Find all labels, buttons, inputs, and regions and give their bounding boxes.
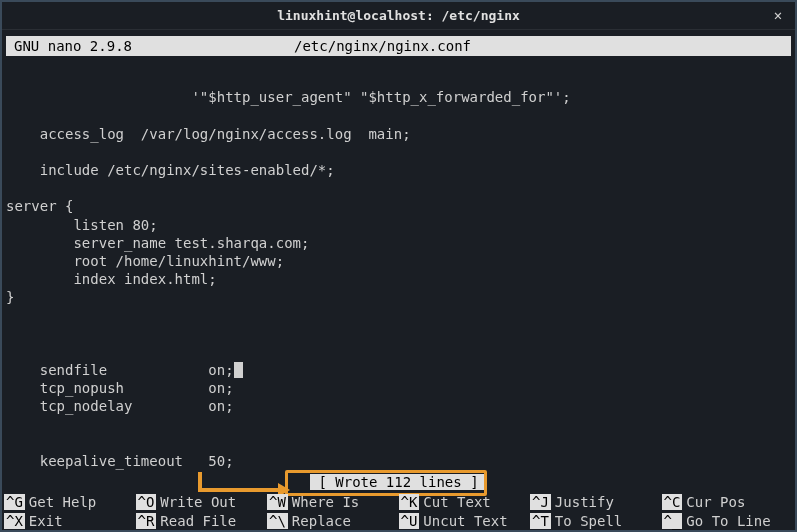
editor-line: index index.html; (6, 271, 217, 287)
shortcut-key: ^R (136, 513, 157, 529)
editor-line: include /etc/nginx/sites-enabled/*; (6, 162, 335, 178)
shortcut-label: To Spell (555, 513, 622, 529)
status-line: [ Wrote 112 lines ] (0, 474, 797, 490)
shortcuts-bar: ^GGet Help ^OWrite Out ^WWhere Is ^KCut … (4, 492, 793, 530)
shortcut-label: Cut Text (423, 494, 490, 510)
shortcut-label: Where Is (292, 494, 359, 510)
status-message: [ Wrote 112 lines ] (310, 474, 486, 490)
shortcut-cur-pos[interactable]: ^CCur Pos (662, 492, 794, 511)
editor-line: server_name test.sharqa.com; (6, 235, 309, 251)
editor-line: listen 80; (6, 217, 158, 233)
editor-line: tcp_nopush on; (6, 380, 234, 396)
shortcut-key: ^K (399, 494, 420, 510)
shortcut-key: ^\ (267, 513, 288, 529)
shortcut-label: Go To Line (686, 513, 770, 529)
editor-content[interactable]: '"$http_user_agent" "$http_x_forwarded_f… (2, 56, 795, 470)
close-button[interactable]: ✕ (769, 6, 787, 24)
text-cursor (234, 362, 243, 378)
shortcut-label: Exit (29, 513, 63, 529)
nano-version: GNU nano 2.9.8 (14, 38, 294, 54)
shortcut-label: Replace (292, 513, 351, 529)
shortcut-where-is[interactable]: ^WWhere Is (267, 492, 399, 511)
shortcut-key: ^U (399, 513, 420, 529)
shortcut-key: ^X (4, 513, 25, 529)
shortcut-key: ^J (530, 494, 551, 510)
shortcut-key: ^C (662, 494, 683, 510)
nano-filename: /etc/nginx/nginx.conf (294, 38, 471, 54)
shortcut-key: ^G (4, 494, 25, 510)
nano-header-bar: GNU nano 2.9.8 /etc/nginx/nginx.conf (6, 36, 791, 56)
editor-line: tcp_nodelay on; (6, 398, 234, 414)
editor-line: server { (6, 198, 73, 214)
shortcut-get-help[interactable]: ^GGet Help (4, 492, 136, 511)
editor-line: keepalive_timeout 50; (6, 453, 234, 469)
shortcut-label: Write Out (160, 494, 236, 510)
editor-line: root /home/linuxhint/www; (6, 253, 284, 269)
shortcut-key: ^T (530, 513, 551, 529)
shortcut-key: ^O (136, 494, 157, 510)
editor-line: access_log /var/log/nginx/access.log mai… (6, 126, 411, 142)
close-icon: ✕ (774, 7, 782, 23)
shortcut-cut-text[interactable]: ^KCut Text (399, 492, 531, 511)
editor-line: sendfile on; (6, 362, 234, 378)
editor-line: '"$http_user_agent" "$http_x_forwarded_f… (6, 89, 571, 105)
shortcut-go-to-line[interactable]: ^_Go To Line (662, 511, 794, 530)
window-titlebar: linuxhint@localhost: /etc/nginx ✕ (2, 2, 795, 30)
shortcut-label: Uncut Text (423, 513, 507, 529)
shortcut-read-file[interactable]: ^RRead File (136, 511, 268, 530)
window-title: linuxhint@localhost: /etc/nginx (277, 8, 520, 23)
shortcut-label: Cur Pos (686, 494, 745, 510)
editor-line: } (6, 289, 14, 305)
shortcut-key: ^W (267, 494, 288, 510)
shortcut-justify[interactable]: ^JJustify (530, 492, 662, 511)
shortcut-label: Get Help (29, 494, 96, 510)
shortcut-to-spell[interactable]: ^TTo Spell (530, 511, 662, 530)
shortcut-replace[interactable]: ^\Replace (267, 511, 399, 530)
shortcut-label: Justify (555, 494, 614, 510)
shortcut-uncut-text[interactable]: ^UUncut Text (399, 511, 531, 530)
shortcut-write-out[interactable]: ^OWrite Out (136, 492, 268, 511)
shortcut-label: Read File (160, 513, 236, 529)
shortcut-key: ^_ (662, 513, 683, 529)
shortcut-exit[interactable]: ^XExit (4, 511, 136, 530)
